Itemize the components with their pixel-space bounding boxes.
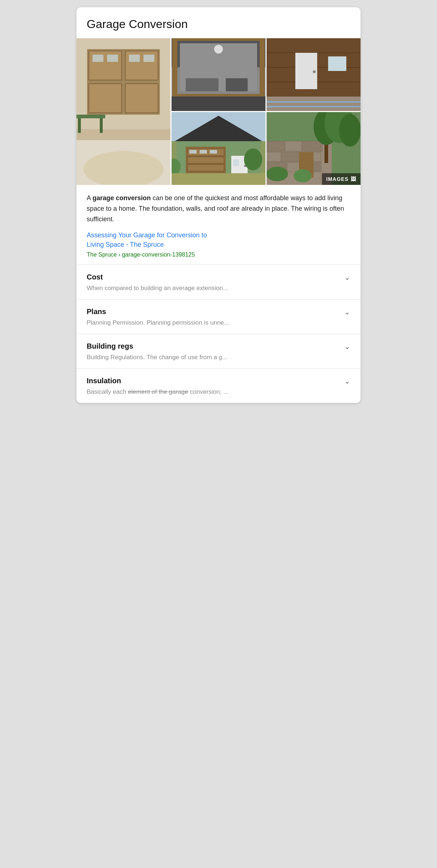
page-title: Garage Conversion xyxy=(76,7,361,38)
accordion-item-cost: Cost ⌄ When compared to building an aver… xyxy=(76,265,361,300)
images-icon: 🖼 xyxy=(351,176,356,182)
svg-rect-8 xyxy=(107,55,118,62)
image-cell-3[interactable] xyxy=(267,38,361,111)
svg-point-53 xyxy=(244,148,262,170)
svg-rect-26 xyxy=(172,96,265,111)
svg-rect-10 xyxy=(143,55,154,62)
svg-point-34 xyxy=(313,70,316,73)
source-link-line1: Assessing Your Garage for Conversion to xyxy=(87,231,207,239)
svg-point-25 xyxy=(214,45,223,53)
description-prefix: A xyxy=(87,194,92,202)
svg-rect-11 xyxy=(76,115,105,118)
accordion-preview-building-regs: Building Regulations. The change of use … xyxy=(76,354,361,368)
accordion-header-insulation[interactable]: Insulation ⌄ xyxy=(76,369,361,388)
accordion-header-building-regs[interactable]: Building regs ⌄ xyxy=(76,334,361,354)
image-cell-4[interactable] xyxy=(172,112,265,185)
svg-rect-47 xyxy=(189,150,197,154)
svg-rect-12 xyxy=(78,118,81,133)
svg-rect-49 xyxy=(210,150,217,154)
svg-rect-59 xyxy=(285,141,302,151)
chevron-icon-plans: ⌄ xyxy=(344,308,350,316)
images-overlay[interactable]: IMAGES 🖼 xyxy=(322,173,361,185)
strikethrough-text: element of the garage xyxy=(128,388,188,395)
svg-rect-60 xyxy=(302,141,322,151)
svg-rect-51 xyxy=(233,159,239,166)
svg-point-73 xyxy=(294,169,312,182)
svg-rect-5 xyxy=(89,84,122,113)
svg-rect-23 xyxy=(186,78,219,91)
main-card: Garage Conversion xyxy=(76,7,361,403)
description-section: A garage conversion can be one of the qu… xyxy=(76,185,361,265)
svg-rect-58 xyxy=(267,141,284,151)
source-link-line2: Living Space - The Spruce xyxy=(87,241,164,248)
image-cell-1[interactable] xyxy=(76,38,170,185)
svg-rect-9 xyxy=(129,55,140,62)
svg-rect-24 xyxy=(226,78,248,91)
svg-rect-35 xyxy=(328,56,346,71)
description-text: A garage conversion can be one of the qu… xyxy=(87,193,350,224)
svg-rect-61 xyxy=(267,152,281,162)
chevron-icon-building-regs: ⌄ xyxy=(344,342,350,351)
accordion-title-cost: Cost xyxy=(87,273,103,281)
images-label: IMAGES xyxy=(326,176,349,182)
svg-point-72 xyxy=(267,167,288,181)
description-bold: garage conversion xyxy=(92,194,151,202)
chevron-icon-insulation: ⌄ xyxy=(344,377,350,385)
svg-rect-46 xyxy=(188,165,224,171)
accordion-preview-cost: When compared to building an average ext… xyxy=(76,285,361,299)
svg-point-70 xyxy=(339,114,361,147)
accordion-title-insulation: Insulation xyxy=(87,377,121,385)
svg-rect-6 xyxy=(125,84,158,113)
svg-rect-7 xyxy=(92,55,103,62)
svg-rect-45 xyxy=(188,157,224,163)
accordion-title-plans: Plans xyxy=(87,308,106,316)
image-grid: IMAGES 🖼 xyxy=(76,38,361,185)
svg-rect-38 xyxy=(267,96,361,111)
source-link[interactable]: Assessing Your Garage for Conversion to … xyxy=(87,231,350,249)
svg-rect-55 xyxy=(172,173,265,185)
accordion-header-plans[interactable]: Plans ⌄ xyxy=(76,300,361,319)
accordion-item-insulation: Insulation ⌄ Basically each element of t… xyxy=(76,369,361,403)
accordion-preview-plans: Planning Permission. Planning permission… xyxy=(76,319,361,334)
accordion-item-building-regs: Building regs ⌄ Building Regulations. Th… xyxy=(76,334,361,369)
image-cell-2[interactable] xyxy=(172,38,265,111)
accordion-header-cost[interactable]: Cost ⌄ xyxy=(76,265,361,285)
accordion-preview-insulation: Basically each element of the garage con… xyxy=(76,388,361,403)
source-url: The Spruce › garage-conversion-1398125 xyxy=(87,251,350,258)
svg-rect-13 xyxy=(100,118,103,133)
image-cell-5[interactable]: IMAGES 🖼 xyxy=(267,112,361,185)
accordion-item-plans: Plans ⌄ Planning Permission. Planning pe… xyxy=(76,300,361,334)
svg-rect-48 xyxy=(200,150,207,154)
chevron-icon-cost: ⌄ xyxy=(344,273,350,282)
accordion-title-building-regs: Building regs xyxy=(87,342,133,350)
